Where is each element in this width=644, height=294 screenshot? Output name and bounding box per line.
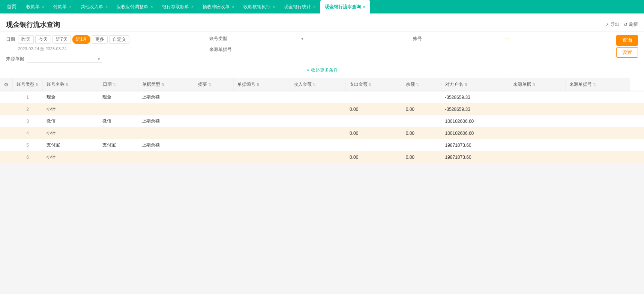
- close-icon[interactable]: ×: [42, 4, 44, 9]
- nav-tab-xianjin-tongji[interactable]: 现金银行统计 ×: [279, 0, 320, 13]
- source-doc-cell: [565, 151, 630, 163]
- sort-icon[interactable]: ⇅: [313, 82, 316, 87]
- source-doc-num-filter-group: 来源单据号: [209, 46, 366, 53]
- nav-tab-fukuandan[interactable]: 付款单 ×: [49, 0, 76, 13]
- col-doc-type: 单据类型⇅: [138, 78, 194, 91]
- counterparty-cell: [509, 103, 566, 115]
- counterparty-cell: [509, 115, 566, 127]
- summary-cell: [234, 151, 290, 163]
- account-name-cell: 支付宝: [99, 139, 138, 151]
- col-expense: 支出金额⇅: [346, 78, 402, 91]
- account-name-cell: 微信: [99, 115, 138, 127]
- doc-no-cell: [290, 127, 346, 139]
- nav-tab-yinhangcunqu[interactable]: 银行存取款单 ×: [158, 0, 198, 13]
- doc-no-cell: [290, 139, 346, 151]
- source-doc-num-input[interactable]: [235, 46, 366, 53]
- sort-icon[interactable]: ⇅: [66, 82, 69, 87]
- expense-cell: [402, 91, 441, 103]
- date-cell: [138, 151, 194, 163]
- nav-home[interactable]: 首页: [2, 0, 22, 13]
- gear-icon[interactable]: ⚙: [4, 82, 9, 88]
- sort-icon[interactable]: ⇅: [113, 82, 116, 87]
- doc-type-cell: [194, 139, 234, 151]
- table-row: 2小计0.000.00-3528659.33: [0, 103, 644, 115]
- balance-cell: -3528659.33: [441, 91, 509, 103]
- date-btn-custom[interactable]: 自定义: [109, 35, 129, 44]
- row-num-cell: 1: [13, 91, 43, 103]
- balance-cell: 19871073.60: [441, 139, 509, 151]
- nav-tab-yingshouyingfu[interactable]: 应收应付调整单 ×: [112, 0, 157, 13]
- expense-cell: 0.00: [402, 103, 441, 115]
- sort-icon[interactable]: ⇅: [257, 82, 260, 87]
- doc-no-cell: [290, 115, 346, 127]
- source-doc-select[interactable]: [27, 55, 102, 63]
- col-summary: 摘要⇅: [194, 78, 234, 91]
- income-cell: 0.00: [346, 151, 402, 163]
- account-number-input[interactable]: [425, 35, 500, 42]
- close-icon[interactable]: ×: [273, 4, 275, 9]
- account-dots-button[interactable]: ···: [504, 36, 509, 42]
- account-name-cell: [99, 103, 138, 115]
- summary-cell: [234, 127, 290, 139]
- sort-icon[interactable]: ⇅: [464, 82, 467, 87]
- account-type-filter-group: 账号类型: [209, 35, 305, 42]
- close-icon[interactable]: ×: [313, 4, 315, 9]
- date-cell: 上期余额: [138, 115, 194, 127]
- sort-icon[interactable]: ⇅: [416, 82, 419, 87]
- page-title: 现金银行流水查询: [6, 20, 60, 29]
- summary-cell: [234, 115, 290, 127]
- date-btn-1month[interactable]: 近1月: [72, 35, 91, 44]
- date-btn-yesterday[interactable]: 昨天: [18, 35, 34, 44]
- sort-icon[interactable]: ⇅: [369, 82, 372, 87]
- nav-tab-qitashouru[interactable]: 其他收入单 ×: [76, 0, 112, 13]
- row-num-cell: 2: [13, 103, 43, 115]
- nav-tab-shoukuandan[interactable]: 收款单 ×: [22, 0, 49, 13]
- income-cell: 0.00: [346, 103, 402, 115]
- expense-cell: [402, 139, 441, 151]
- table-row: 4小计0.000.00100102606.60: [0, 127, 644, 139]
- account-type-cell: 支付宝: [43, 139, 99, 151]
- date-btn-7days[interactable]: 近7天: [53, 35, 71, 44]
- sort-icon[interactable]: ⇅: [208, 82, 211, 87]
- row-num-cell: 6: [13, 151, 43, 163]
- sort-icon[interactable]: ⇅: [532, 82, 535, 87]
- income-cell: [346, 115, 402, 127]
- doc-type-cell: [194, 103, 234, 115]
- sort-icon[interactable]: ⇅: [593, 82, 596, 87]
- sort-icon[interactable]: ⇅: [36, 82, 39, 87]
- page-header: 现金银行流水查询 ↗ 导出 ↺ 刷新: [0, 13, 644, 31]
- col-account-type: 账号类型⇅: [13, 78, 43, 91]
- date-btn-more[interactable]: 更多: [92, 35, 108, 44]
- collapse-icon: ∧: [306, 67, 311, 73]
- doc-no-cell: [290, 103, 346, 115]
- sort-icon[interactable]: ⇅: [161, 82, 164, 87]
- source-doc-cell: [565, 91, 630, 103]
- account-type-select[interactable]: [230, 35, 305, 42]
- counterparty-cell: [509, 139, 566, 151]
- summary-cell: [234, 103, 290, 115]
- counterparty-cell: [509, 91, 566, 103]
- nav-tab-shoukuan-hexiao[interactable]: 收款核销执行 ×: [239, 0, 279, 13]
- nav-tab-xianjin-liushui[interactable]: 现金银行流水查询 ×: [320, 0, 370, 13]
- refresh-button[interactable]: ↺ 刷新: [624, 21, 638, 28]
- col-source-doc: 来源单据⇅: [509, 78, 566, 91]
- source-doc-num-label: 来源单据号: [209, 46, 232, 53]
- collapse-bar[interactable]: ∧ 收起更多条件: [6, 66, 638, 75]
- close-icon[interactable]: ×: [191, 4, 194, 9]
- close-icon[interactable]: ×: [363, 4, 365, 9]
- query-button[interactable]: 查询: [616, 35, 638, 46]
- close-icon[interactable]: ×: [69, 4, 71, 9]
- income-cell: [346, 139, 402, 151]
- close-icon[interactable]: ×: [232, 4, 234, 9]
- close-icon[interactable]: ×: [105, 4, 108, 9]
- table-row: 1现金现金上期余额-3528659.33: [0, 91, 644, 103]
- close-icon[interactable]: ×: [150, 4, 153, 9]
- source-doc-filter-group: 来源单据: [6, 55, 102, 63]
- col-date: 日期⇅: [99, 78, 138, 91]
- settings-button[interactable]: 设置: [616, 47, 638, 58]
- doc-type-cell: [194, 115, 234, 127]
- counterparty-cell: [509, 151, 566, 163]
- date-btn-today[interactable]: 今天: [35, 35, 51, 44]
- export-button[interactable]: ↗ 导出: [605, 21, 619, 28]
- nav-tab-yushou[interactable]: 预收冲应收单 ×: [198, 0, 239, 13]
